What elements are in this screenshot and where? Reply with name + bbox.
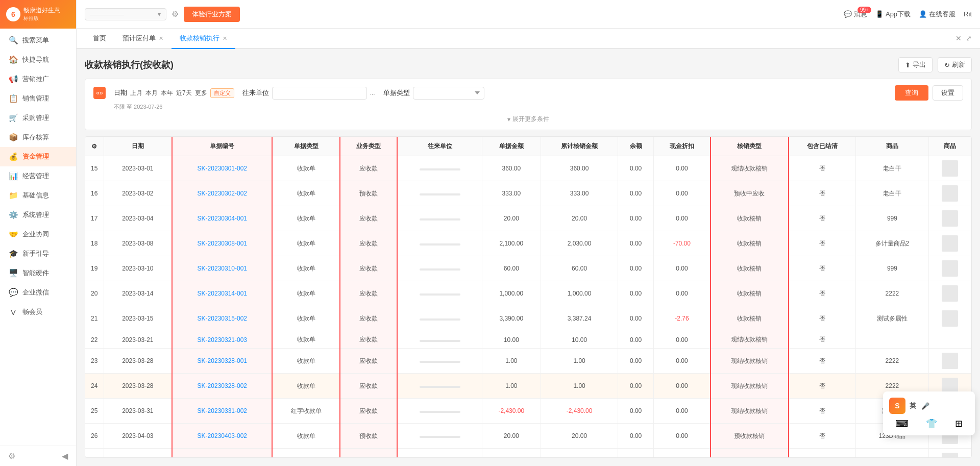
bill-no-link-4[interactable]: SK-20230310-001 <box>198 265 247 272</box>
bill-no-link-0[interactable]: SK-20230301-002 <box>198 165 247 172</box>
filter-collapse-btn[interactable]: «» <box>93 87 106 99</box>
tab-close-pre-orders[interactable]: ✕ <box>159 35 163 42</box>
this-month-btn[interactable]: 本月 <box>145 89 158 97</box>
app-download-btn[interactable]: 📱 App下载 <box>875 10 911 19</box>
cell-bill-type-12: 收款单 <box>272 449 340 458</box>
query-btn[interactable]: 查询 <box>895 85 928 101</box>
bill-no-link-3[interactable]: SK-20230308-001 <box>198 240 247 247</box>
sidebar-icon-hardware: 🖥️ <box>8 268 18 278</box>
gear-icon[interactable]: ⚙ <box>172 9 179 19</box>
cell-partner-6 <box>397 306 482 331</box>
cell-date-10: 2023-03-31 <box>104 399 172 424</box>
cell-verified-7: 10.00 <box>541 331 618 349</box>
sidebar-item-cooperation[interactable]: 🤝企业协同 <box>0 225 76 244</box>
sidebar-item-guide[interactable]: 🎓新手引导 <box>0 244 76 263</box>
table-row: 21 2023-03-15 SK-20230315-002 收款单 应收款 3,… <box>85 306 971 331</box>
sidebar-item-marketing[interactable]: 📢营销推广 <box>0 69 76 89</box>
sidebar-item-purchase[interactable]: 🛒采购管理 <box>0 108 76 128</box>
export-btn[interactable]: ⬆ 导出 <box>898 57 933 72</box>
sidebar-item-sales[interactable]: 📋销售管理 <box>0 89 76 108</box>
cell-id-7: 22 <box>85 331 104 349</box>
expand-conditions-btn[interactable]: ▾ 展开更多条件 <box>507 115 549 124</box>
float-mic-icon[interactable]: 🎤 <box>921 402 929 410</box>
cell-verified-5: 1,000.00 <box>541 281 618 306</box>
col-date: 日期 <box>104 137 172 156</box>
tab-label-pre-orders: 预计应付单 <box>122 34 156 43</box>
partner-more[interactable]: ... <box>370 89 375 96</box>
cell-amount-12: 100.00 <box>482 449 541 458</box>
cell-included-6: 否 <box>789 306 856 331</box>
bill-no-link-10[interactable]: SK-20230331-002 <box>198 407 247 414</box>
sidebar-item-search[interactable]: 🔍搜索菜单 <box>0 31 76 50</box>
cell-discount-11: 0.00 <box>653 424 710 449</box>
sidebar-item-basic[interactable]: 📁基础信息 <box>0 186 76 205</box>
tab-pre-orders[interactable]: 预计应付单✕ <box>114 29 172 49</box>
logo-sub: 标推版 <box>23 15 60 22</box>
sidebar-item-member[interactable]: V畅会员 <box>0 302 76 322</box>
shirt-icon[interactable]: 👕 <box>926 418 937 429</box>
topbar: —————— ▾ ⚙ 体验行业方案 💬 消息 99+ 📱 App下载 👤 在线客… <box>77 0 980 29</box>
cell-verified-10: -2,430.00 <box>541 399 618 424</box>
bill-type-filter: 单据类型 <box>383 87 484 100</box>
collapse-icon[interactable]: ◀ <box>62 451 68 461</box>
online-service-btn[interactable]: 👤 在线客服 <box>919 10 955 19</box>
cell-included-0: 否 <box>789 156 856 181</box>
cell-date-8: 2023-03-28 <box>104 349 172 374</box>
bill-no-link-5[interactable]: SK-20230314-001 <box>198 290 247 297</box>
partner-input[interactable] <box>272 87 367 100</box>
tabbar: 首页预计应付单✕收款核销执行✕ ✕ ⤢ <box>77 29 980 49</box>
bill-no-link-2[interactable]: SK-20230304-001 <box>198 215 247 222</box>
bill-type-select[interactable] <box>413 87 484 100</box>
bill-no-link-7[interactable]: SK-20230321-003 <box>198 336 247 344</box>
cell-balance-11: 0.00 <box>618 424 654 449</box>
bill-no-link-6[interactable]: SK-20230315-002 <box>198 315 247 322</box>
cell-product1-2: 999 <box>856 206 928 231</box>
cell-bill-no-7: SK-20230321-003 <box>172 331 272 349</box>
grid-icon[interactable]: ⊞ <box>955 418 963 429</box>
col-settings[interactable]: ⚙ <box>85 137 104 156</box>
more-dates-btn[interactable]: 更多 <box>195 89 207 97</box>
bill-no-link-9[interactable]: SK-20230328-002 <box>198 382 247 389</box>
sidebar-item-hardware[interactable]: 🖥️智能硬件 <box>0 263 76 283</box>
settings-icon[interactable]: ⚙ <box>8 451 15 461</box>
custom-date-btn[interactable]: 自定义 <box>210 88 234 98</box>
col-included: 包含已结清 <box>789 137 856 156</box>
cell-product1-0: 老白干 <box>856 156 928 181</box>
sidebar-icon-guide: 🎓 <box>8 249 18 258</box>
sidebar-item-wechat[interactable]: 💬企业微信 <box>0 283 76 302</box>
solution-btn[interactable]: 体验行业方案 <box>184 7 240 22</box>
expand-tab-btn[interactable]: ⤢ <box>966 34 972 42</box>
tab-close-collection-verify[interactable]: ✕ <box>223 35 227 42</box>
cell-product2-1 <box>928 181 971 206</box>
last-7-days-btn[interactable]: 近7天 <box>176 89 192 97</box>
cell-included-5: 否 <box>789 281 856 306</box>
table-wrapper[interactable]: ⚙ 日期 单据编号 单据类型 业务类型 往来单位 单据金额 累计核销金额 余额 … <box>85 137 971 457</box>
col-verified: 累计核销金额 <box>541 137 618 156</box>
cell-verify-type-1: 预收中应收 <box>710 181 789 206</box>
bill-no-link-1[interactable]: SK-20230302-002 <box>198 190 247 197</box>
float-panel-title: 英 <box>910 401 916 410</box>
refresh-btn[interactable]: ↻ 刷新 <box>938 57 972 72</box>
sidebar-item-quick-nav[interactable]: 🏠快捷导航 <box>0 50 76 69</box>
sidebar-item-finance[interactable]: 💰资金管理 <box>0 147 76 166</box>
setting-btn[interactable]: 设置 <box>933 85 963 101</box>
sidebar-item-operation[interactable]: 📊经营管理 <box>0 166 76 186</box>
cell-amount-4: 60.00 <box>482 256 541 281</box>
tab-home[interactable]: 首页 <box>85 29 114 49</box>
bill-no-link-11[interactable]: SK-20230403-002 <box>198 432 247 439</box>
bill-no-link-8[interactable]: SK-20230328-001 <box>198 357 247 364</box>
cell-id-11: 26 <box>85 424 104 449</box>
cell-verify-type-10: 现结收款核销 <box>710 399 789 424</box>
tab-collection-verify[interactable]: 收款核销执行✕ <box>172 29 235 49</box>
sidebar-item-system[interactable]: ⚙️系统管理 <box>0 205 76 225</box>
message-btn[interactable]: 💬 消息 99+ <box>844 10 867 19</box>
cell-amount-5: 1,000.00 <box>482 281 541 306</box>
last-month-btn[interactable]: 上月 <box>130 89 142 97</box>
app-selector[interactable]: —————— ▾ <box>85 8 166 20</box>
sidebar-label-system: 系统管理 <box>22 210 49 219</box>
this-year-btn[interactable]: 本年 <box>161 89 173 97</box>
keyboard-icon[interactable]: ⌨ <box>895 418 909 429</box>
cell-product1-8: 2222 <box>856 349 928 374</box>
close-tab-btn[interactable]: ✕ <box>955 34 962 42</box>
sidebar-item-inventory[interactable]: 📦库存核算 <box>0 128 76 147</box>
